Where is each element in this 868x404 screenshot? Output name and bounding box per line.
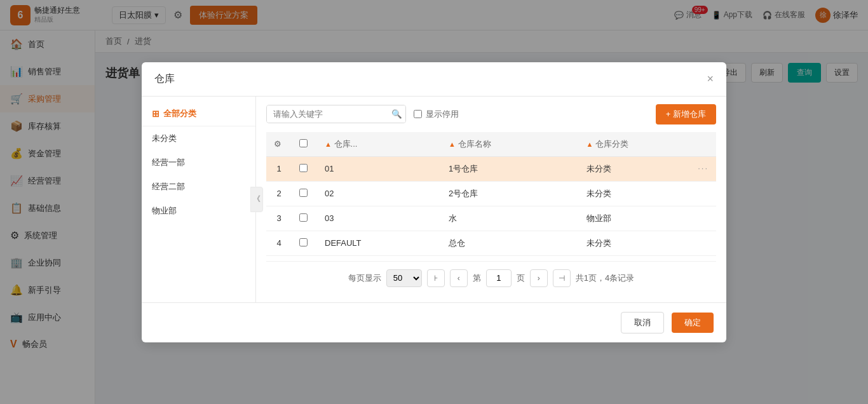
table-row[interactable]: 3 03 水 物业部 [266,206,716,231]
row-num-3: 3 [266,206,292,231]
sort-icon: ▲ [325,140,332,148]
modal-overlay: 仓库 × ⊞ 全部分类 《 未分类 经营一部 [0,0,868,404]
show-disabled-text: 显示停用 [426,109,459,120]
col-category-header: ▲ 仓库分类 [579,132,716,157]
table-row[interactable]: 2 02 2号仓库 未分类 [266,181,716,206]
row-checkbox-1[interactable] [292,156,317,181]
table-panel: 🔍 显示停用 + 新增仓库 ⚙ [256,97,726,302]
row-category-3: 物业部 [579,206,716,231]
sort-icon-name: ▲ [449,140,456,148]
row-code-3: 03 [317,206,441,231]
table-container: ⚙ ▲ 仓库... ▲ [266,132,716,256]
sort-icon-category: ▲ [587,140,593,148]
modal-close-button[interactable]: × [707,72,714,86]
page-number-input[interactable] [486,269,512,287]
page-suffix: 页 [517,273,525,284]
row-code-4: DEFAULT [317,231,441,255]
cancel-button[interactable]: 取消 [621,312,664,333]
row-num-4: 4 [266,231,292,255]
page-label: 第 [473,273,481,284]
col-name-header: ▲ 仓库名称 [441,132,578,157]
next-page-button[interactable]: › [530,269,548,287]
action-dots-1[interactable]: ··· [698,163,709,173]
category-item-unclassified[interactable]: 未分类 [142,126,255,151]
row-checkbox-4[interactable] [292,231,317,255]
row-category-4: 未分类 [579,231,716,255]
select-all-checkbox[interactable] [299,139,308,147]
show-disabled-checkbox[interactable] [414,110,422,118]
row-checkbox-2[interactable] [292,181,317,206]
table-row[interactable]: 1 01 1号仓库 未分类 ··· [266,156,716,181]
category-item-dept2[interactable]: 经营二部 [142,175,255,199]
confirm-button[interactable]: 确定 [672,313,714,333]
row-code-1: 01 [317,156,441,181]
category-panel: ⊞ 全部分类 《 未分类 经营一部 经营二部 物业部 [142,97,256,302]
warehouse-modal: 仓库 × ⊞ 全部分类 《 未分类 经营一部 [142,62,726,342]
modal-footer: 取消 确定 [142,302,726,342]
modal-header: 仓库 × [142,62,726,97]
row-name-4: 总仓 [441,231,578,255]
grid-icon: ⊞ [152,109,159,119]
col-code-header: ▲ 仓库... [317,132,441,157]
search-button[interactable]: 🔍 [386,105,406,123]
table-body: 1 01 1号仓库 未分类 ··· 2 0 [266,156,716,255]
gear-icon: ⚙ [274,139,281,149]
row-checkbox-3[interactable] [292,206,317,231]
search-input[interactable] [267,105,386,123]
collapse-icon: 《 [253,194,261,205]
table-row[interactable]: 4 DEFAULT 总仓 未分类 [266,231,716,255]
new-warehouse-button[interactable]: + 新增仓库 [656,104,716,125]
row-name-1: 1号仓库 [441,156,578,181]
category-collapse-button[interactable]: 《 [250,187,263,212]
col-checkbox [292,132,317,157]
category-header: ⊞ 全部分类 [142,102,255,126]
category-header-label: 全部分类 [163,108,196,119]
modal-title: 仓库 [154,72,175,86]
first-page-button[interactable]: ⊦ [427,269,445,287]
per-page-select[interactable]: 50 100 200 [386,269,422,287]
per-page-label: 每页显示 [348,273,381,284]
row-num-2: 2 [266,181,292,206]
row-name-2: 2号仓库 [441,181,578,206]
table-header-row: ⚙ ▲ 仓库... ▲ [266,132,716,157]
row-category-2: 未分类 [579,181,716,206]
category-item-property[interactable]: 物业部 [142,199,255,223]
prev-page-button[interactable]: ‹ [450,269,468,287]
search-box: 🔍 [266,105,406,123]
row-category-1: 未分类 ··· [579,156,716,181]
warehouse-table: ⚙ ▲ 仓库... ▲ [266,132,716,256]
show-disabled-label[interactable]: 显示停用 [414,109,459,120]
pagination: 每页显示 50 100 200 ⊦ ‹ 第 页 › ⊣ 共1页，4条记录 [266,261,716,295]
row-name-3: 水 [441,206,578,231]
modal-body: ⊞ 全部分类 《 未分类 经营一部 经营二部 物业部 [142,97,726,302]
row-code-2: 02 [317,181,441,206]
category-item-dept1[interactable]: 经营一部 [142,151,255,175]
total-info: 共1页，4条记录 [576,273,634,284]
last-page-button[interactable]: ⊣ [553,269,571,287]
row-num-1: 1 [266,156,292,181]
table-toolbar: 🔍 显示停用 + 新增仓库 [266,104,716,125]
table-head: ⚙ ▲ 仓库... ▲ [266,132,716,157]
col-gear: ⚙ [266,132,292,157]
